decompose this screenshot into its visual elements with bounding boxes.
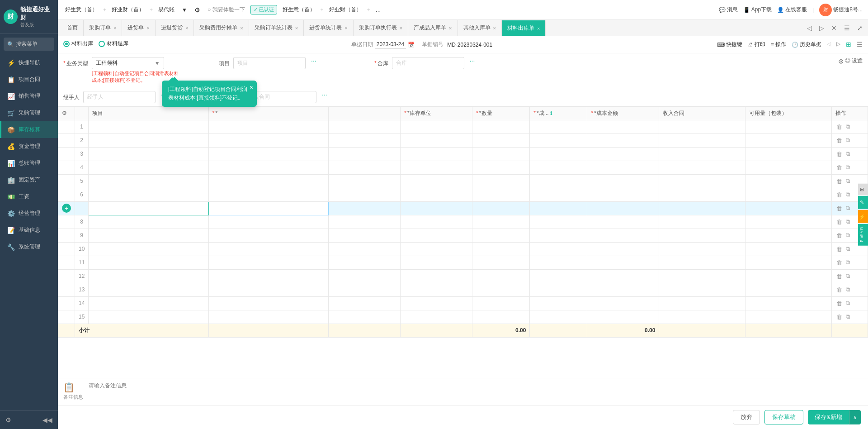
discard-button[interactable]: 放弃 — [733, 410, 760, 424]
tab-home[interactable]: 首页 — [61, 20, 84, 36]
delete-row-btn[interactable]: 🗑 — [835, 218, 843, 226]
copy-row-btn[interactable]: ⧉ — [845, 122, 851, 131]
sidebar-item-project-contract[interactable]: 📋 项目合同 — [0, 71, 58, 88]
tab-incoming[interactable]: 进货单 × — [122, 20, 155, 36]
tab-incoming-stats[interactable]: 进货单统计表 × — [304, 20, 353, 36]
notes-textarea[interactable] — [89, 382, 863, 395]
grid-view-btn[interactable]: ⊞ — [846, 41, 851, 48]
sidebar-item-quick-nav[interactable]: ⚡ 快捷导航 — [0, 54, 58, 71]
tab-other-warehouse[interactable]: 其他入库单 × — [458, 20, 502, 36]
nav-link-good-business[interactable]: 好生意（首） — [63, 5, 99, 14]
handler-input[interactable]: 经手人 — [83, 91, 156, 103]
copy-row-btn[interactable]: ⧉ — [845, 176, 851, 186]
tab-close-purchase-stats[interactable]: × — [295, 25, 298, 31]
gear-icon[interactable]: ⚙ — [193, 5, 202, 14]
copy-row-btn[interactable]: ⧉ — [845, 136, 851, 145]
tab-close-incoming[interactable]: × — [146, 25, 149, 31]
nav-link-more[interactable]: … — [374, 6, 383, 14]
row-input-project[interactable] — [92, 205, 204, 211]
income-contract-select-btn[interactable]: ··· — [322, 91, 327, 98]
nav-link-agent[interactable]: 易代账 — [156, 5, 176, 14]
tab-close-purchase-fee[interactable]: × — [240, 25, 243, 31]
sidebar-item-finance[interactable]: 💰 资金管理 — [0, 138, 58, 155]
delete-row-btn[interactable]: 🗑 — [835, 286, 843, 294]
copy-row-btn[interactable]: ⧉ — [845, 163, 851, 172]
trial-link[interactable]: ○ 我要体验一下 — [206, 5, 247, 14]
right-panel-btn3[interactable]: ⚡ — [858, 210, 868, 223]
add-row-button[interactable]: + — [62, 204, 71, 213]
tab-product-warehouse[interactable]: 产成品入库单 × — [408, 20, 458, 36]
save-new-main-button[interactable]: 保存&新增 — [808, 410, 849, 424]
copy-row-btn[interactable]: ⧉ — [845, 204, 851, 213]
sidebar-item-payroll[interactable]: 💵 工资 — [0, 188, 58, 205]
sidebar-item-accounting[interactable]: 📊 总账管理 — [0, 155, 58, 172]
sidebar-item-sales[interactable]: 📈 销售管理 — [0, 88, 58, 105]
copy-row-btn[interactable]: ⧉ — [845, 285, 851, 294]
tab-close-product-warehouse[interactable]: × — [449, 25, 452, 31]
radio-material-out[interactable]: 材料出库 — [63, 40, 93, 48]
business-type-input[interactable]: 工程领料 ▼ — [92, 57, 164, 69]
sidebar-item-system[interactable]: 🔧 系统管理 — [0, 238, 58, 255]
tab-list-btn[interactable]: ☰ — [842, 23, 852, 33]
delete-row-btn[interactable]: 🗑 — [835, 150, 843, 158]
col-header-settings[interactable]: ⚙ — [58, 106, 75, 120]
tab-close-purchase-exec[interactable]: × — [400, 25, 402, 31]
delete-row-btn[interactable]: 🗑 — [835, 245, 843, 253]
delete-row-btn[interactable]: 🗑 — [835, 123, 843, 131]
settings-button[interactable]: ⚙ — [4, 415, 13, 425]
user-profile-button[interactable]: 财 畅捷通8号... — [819, 4, 863, 16]
tab-incoming-return[interactable]: 进退货货 × — [156, 20, 194, 36]
tab-nav-next[interactable]: ▷ — [817, 23, 826, 33]
save-new-arrow-button[interactable]: ∧ — [849, 410, 861, 424]
copy-row-btn[interactable]: ⧉ — [845, 190, 851, 199]
project-input[interactable]: 项目 — [233, 57, 306, 69]
delete-row-btn[interactable]: 🗑 — [835, 313, 843, 321]
copy-row-btn[interactable]: ⧉ — [845, 217, 851, 226]
tab-material-out[interactable]: 材料出库单 × — [502, 20, 546, 37]
delete-row-btn[interactable]: 🗑 — [835, 231, 843, 240]
warehouse-select-btn[interactable]: ··· — [470, 57, 475, 64]
sidebar-item-fixed-assets[interactable]: 🏢 固定资产 — [0, 172, 58, 188]
tab-close-all[interactable]: ✕ — [830, 23, 839, 33]
messages-button[interactable]: 💬 消息 — [719, 6, 738, 14]
save-draft-button[interactable]: 保存草稿 — [764, 410, 803, 424]
tooltip-close-btn[interactable]: × — [250, 82, 253, 92]
operation-btn[interactable]: ≡ 操作 — [771, 41, 786, 48]
delete-row-btn[interactable]: 🗑 — [835, 136, 843, 145]
date-value[interactable]: 2023-03-24 — [375, 40, 406, 49]
project-select-btn[interactable]: ··· — [311, 57, 316, 64]
tab-close-incoming-stats[interactable]: × — [344, 25, 347, 31]
tab-close-other-warehouse[interactable]: × — [493, 25, 496, 31]
delete-row-btn[interactable]: 🗑 — [835, 299, 843, 308]
history-btn[interactable]: 🕐 历史单据 — [792, 41, 821, 48]
tab-close-purchase-order[interactable]: × — [113, 25, 116, 31]
row-input-material[interactable] — [212, 205, 325, 211]
tab-fullscreen-btn[interactable]: ⤢ — [855, 23, 864, 33]
copy-row-btn[interactable]: ⧉ — [845, 149, 851, 158]
tab-close-material-out[interactable]: × — [537, 26, 540, 31]
tab-purchase-stats[interactable]: 采购订单统计表 × — [249, 20, 304, 36]
nav-dropdown-btn[interactable]: ▼ — [180, 6, 189, 14]
delete-row-btn[interactable]: 🗑 — [835, 204, 843, 213]
delete-row-btn[interactable]: 🗑 — [835, 177, 843, 186]
sidebar-item-operations[interactable]: ⚙️ 经营管理 — [0, 205, 58, 222]
tab-purchase-order[interactable]: 采购订单 × — [84, 20, 122, 36]
copy-row-btn[interactable]: ⧉ — [845, 231, 851, 240]
delete-row-btn[interactable]: 🗑 — [835, 272, 843, 281]
copy-row-btn[interactable]: ⧉ — [845, 299, 851, 308]
sidebar-item-basic-info[interactable]: 📝 基础信息 — [0, 222, 58, 238]
nav-link-2[interactable]: 好生意（首） — [281, 5, 317, 14]
tab-purchase-exec[interactable]: 采购订单执行表 × — [354, 20, 408, 36]
search-menu-button[interactable]: 🔍 搜索菜单 — [4, 38, 54, 51]
copy-row-btn[interactable]: ⧉ — [845, 244, 851, 253]
print-btn[interactable]: 🖨 打印 — [748, 41, 765, 48]
warehouse-input[interactable]: 合库 — [392, 57, 464, 69]
table-settings-icon[interactable]: ⚙ — [62, 110, 67, 116]
nav-prev-btn[interactable]: ▷ — [836, 41, 840, 48]
right-panel-btn1[interactable]: ⊞ — [858, 184, 868, 195]
sidebar-item-purchase[interactable]: 🛒 采购管理 — [0, 105, 58, 121]
cost-info-icon[interactable]: ℹ — [550, 110, 552, 116]
tab-nav-prev[interactable]: ◁ — [805, 23, 814, 33]
copy-row-btn[interactable]: ⧉ — [845, 258, 851, 267]
delete-row-btn[interactable]: 🗑 — [835, 163, 843, 172]
